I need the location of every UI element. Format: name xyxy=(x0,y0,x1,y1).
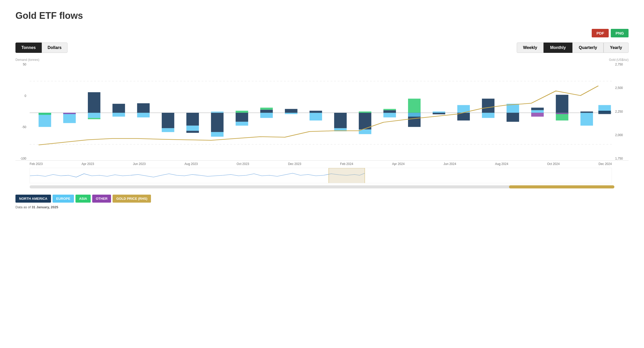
svg-rect-11 xyxy=(113,113,125,117)
svg-rect-28 xyxy=(285,109,298,113)
svg-rect-37 xyxy=(383,113,396,118)
svg-rect-17 xyxy=(186,126,199,131)
svg-rect-7 xyxy=(88,92,100,113)
svg-rect-24 xyxy=(236,122,248,126)
chart-legend: NORTH AMERICA EUROPE ASIA OTHER GOLD PRI… xyxy=(15,195,629,203)
y-axis-left: 50 0 -50 -100 xyxy=(15,63,28,160)
svg-rect-16 xyxy=(186,113,199,126)
legend-asia-label: ASIA xyxy=(79,197,87,201)
svg-rect-54 xyxy=(556,95,569,113)
svg-rect-8 xyxy=(88,113,100,118)
svg-rect-9 xyxy=(88,118,100,119)
svg-rect-31 xyxy=(310,111,322,113)
data-note: Data as of 31 January, 2025 xyxy=(15,205,629,209)
pdf-export-button[interactable]: PDF xyxy=(592,29,609,37)
svg-rect-5 xyxy=(63,113,76,123)
svg-rect-51 xyxy=(531,108,544,110)
data-note-prefix: Data as of xyxy=(15,205,32,209)
svg-rect-13 xyxy=(137,113,150,118)
period-yearly-button[interactable]: Yearly xyxy=(604,43,629,53)
period-toggle-group: Weekly Monthly Quarterly Yearly xyxy=(517,43,629,53)
chart-svg xyxy=(30,65,612,160)
svg-rect-42 xyxy=(408,113,421,117)
svg-rect-22 xyxy=(236,111,248,113)
period-weekly-button[interactable]: Weekly xyxy=(517,43,544,53)
y-axis-left-label: Demand (tonnes) xyxy=(15,58,39,62)
scrollbar[interactable] xyxy=(30,185,614,188)
svg-rect-27 xyxy=(260,113,273,118)
svg-rect-36 xyxy=(359,112,371,113)
mini-chart[interactable] xyxy=(30,168,612,183)
svg-rect-32 xyxy=(334,113,347,128)
svg-rect-48 xyxy=(482,113,495,118)
svg-rect-38 xyxy=(383,110,396,113)
unit-tonnes-button[interactable]: Tonnes xyxy=(15,43,42,53)
legend-gold-price[interactable]: GOLD PRICE (RHS) xyxy=(113,195,151,203)
svg-rect-23 xyxy=(236,113,248,122)
svg-rect-40 xyxy=(408,99,421,113)
svg-rect-60 xyxy=(598,113,611,114)
legend-asia[interactable]: ASIA xyxy=(75,195,91,203)
svg-rect-30 xyxy=(310,113,322,121)
png-export-button[interactable]: PNG xyxy=(611,29,629,37)
svg-rect-19 xyxy=(211,113,224,132)
chart-controls: Tonnes Dollars Weekly Monthly Quarterly … xyxy=(15,43,629,53)
svg-rect-25 xyxy=(260,110,273,113)
period-monthly-button[interactable]: Monthly xyxy=(544,43,572,53)
unit-dollars-button[interactable]: Dollars xyxy=(42,43,67,53)
svg-rect-39 xyxy=(383,109,396,110)
svg-rect-50 xyxy=(506,113,519,122)
svg-rect-29 xyxy=(285,113,298,114)
x-axis-labels: Feb 2023 Apr 2023 Jun 2023 Aug 2023 Oct … xyxy=(30,162,612,166)
chart-container: 50 0 -50 -100 2,750 2,500 2,250 2,000 1,… xyxy=(15,63,629,188)
legend-other-label: OTHER xyxy=(96,197,108,201)
svg-rect-57 xyxy=(580,113,593,126)
unit-toggle-group: Tonnes Dollars xyxy=(15,43,67,53)
legend-other[interactable]: OTHER xyxy=(92,195,111,203)
period-quarterly-button[interactable]: Quarterly xyxy=(572,43,604,53)
svg-rect-43 xyxy=(433,112,445,113)
svg-rect-53 xyxy=(531,113,544,117)
svg-rect-4 xyxy=(39,113,51,115)
svg-rect-61 xyxy=(598,111,611,113)
scrollbar-thumb[interactable] xyxy=(509,185,614,188)
svg-rect-44 xyxy=(433,113,445,114)
svg-rect-26 xyxy=(260,108,273,110)
svg-rect-20 xyxy=(211,132,224,137)
chart-inner xyxy=(30,65,612,160)
legend-gold-price-label: GOLD PRICE (RHS) xyxy=(116,197,147,201)
y-axis-right: 2,750 2,500 2,250 2,000 1,750 xyxy=(613,63,629,160)
svg-rect-10 xyxy=(113,104,125,113)
legend-europe-label: EUROPE xyxy=(56,197,70,201)
svg-rect-56 xyxy=(556,113,569,114)
page-title: Gold ETF flows xyxy=(15,10,629,21)
legend-north-america-label: NORTH AMERICA xyxy=(19,197,47,201)
svg-rect-52 xyxy=(531,110,544,113)
export-toolbar: PDF PNG xyxy=(15,29,629,37)
svg-rect-3 xyxy=(39,113,51,127)
y-axis-right-label: Gold (US$/oz) xyxy=(609,58,629,62)
data-note-date: 31 January, 2025 xyxy=(32,205,58,209)
legend-europe[interactable]: EUROPE xyxy=(53,195,74,203)
mini-chart-svg xyxy=(30,168,612,183)
axis-labels: Demand (tonnes) Gold (US$/oz) xyxy=(15,58,629,62)
svg-rect-18 xyxy=(186,131,199,133)
legend-north-america[interactable]: NORTH AMERICA xyxy=(15,195,51,203)
svg-rect-14 xyxy=(162,113,174,128)
svg-rect-62 xyxy=(329,168,365,183)
svg-rect-47 xyxy=(482,99,495,113)
main-chart-area: 50 0 -50 -100 2,750 2,500 2,250 2,000 1,… xyxy=(15,63,629,161)
svg-rect-21 xyxy=(211,112,224,113)
svg-rect-6 xyxy=(63,113,76,114)
svg-rect-12 xyxy=(137,103,150,113)
svg-rect-15 xyxy=(162,128,174,132)
svg-rect-58 xyxy=(580,112,593,113)
